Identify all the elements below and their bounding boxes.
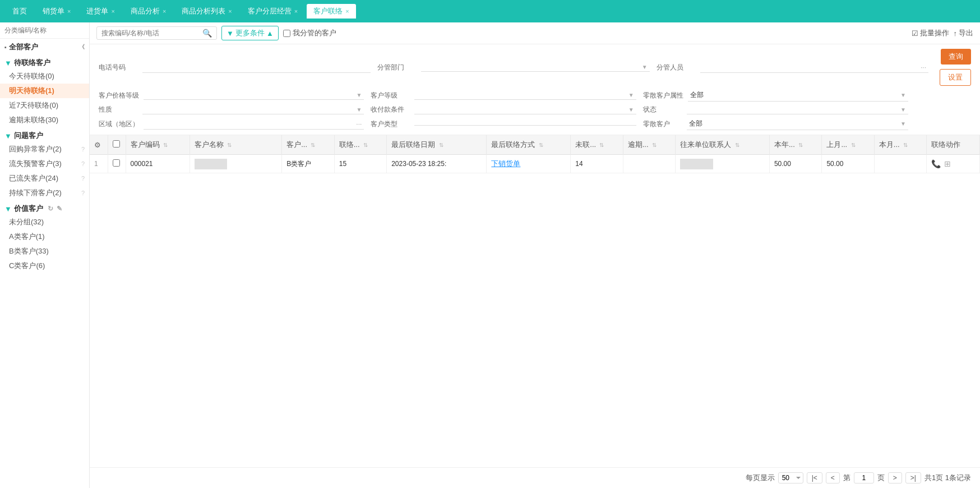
sidebar-churned[interactable]: 已流失客户(24) ? <box>0 171 89 186</box>
customer-level-select[interactable]: ▼ <box>414 91 636 100</box>
customer-type-label: 客户类型 <box>371 119 410 129</box>
sort-this-year-icon: ⇅ <box>798 142 803 148</box>
row-customer-type: B类客户 <box>282 155 334 173</box>
my-customers-checkbox-label[interactable]: 我分管的客户 <box>283 28 336 38</box>
prev-page-button[interactable]: < <box>826 472 840 484</box>
th-code[interactable]: 客户编码 ⇅ <box>126 135 189 155</box>
sidebar-a-customers[interactable]: A类客户(1) <box>0 229 89 244</box>
help-icon-1: ? <box>81 160 85 167</box>
th-last-contact-method[interactable]: 最后联络方式 ⇅ <box>487 135 571 155</box>
nav-product-analysis-list[interactable]: 商品分析列表× <box>175 4 238 19</box>
set-button[interactable]: 设置 <box>940 69 971 86</box>
row-this-month <box>874 155 926 173</box>
nav-purchase-order[interactable]: 进货单× <box>80 4 121 19</box>
dept-select[interactable]: ▼ <box>421 63 649 72</box>
all-customers-header[interactable]: ▪ 全部客户 《 <box>0 39 89 54</box>
nav-home[interactable]: 首页 <box>6 4 34 19</box>
th-this-month[interactable]: 本月... ⇅ <box>874 135 926 155</box>
sidebar-abnormal-repurchase[interactable]: 回购异常客户(2) ? <box>0 142 89 156</box>
per-page-select[interactable]: 50 100 200 <box>778 472 803 484</box>
person-select[interactable]: ··· <box>700 62 928 73</box>
row-actions: 📞 ⊞ <box>927 155 980 173</box>
page-label-end: 页 <box>877 473 885 483</box>
th-actions: 联络动作 <box>927 135 980 155</box>
retail-attr-label: 零散客户属性 <box>643 91 683 100</box>
sidebar-ungrouped[interactable]: 未分组(32) <box>0 215 89 229</box>
more-filters-button[interactable]: ▼ 更多条件 ▲ <box>221 26 279 40</box>
query-button[interactable]: 查询 <box>941 49 971 65</box>
action-icons-container: 📞 ⊞ <box>931 159 975 168</box>
gear-icon[interactable]: ⚙ <box>94 141 101 149</box>
th-this-year[interactable]: 本年... ⇅ <box>769 135 821 155</box>
filter-panel: 电话号码 分管部门 ▼ 分管人员 ··· <box>90 44 980 135</box>
next-page-button[interactable]: > <box>888 472 902 484</box>
th-uncontacted[interactable]: 未联... ⇅ <box>571 135 623 155</box>
last-page-button[interactable]: >| <box>905 472 921 484</box>
sidebar-overdue-contact[interactable]: 逾期未联络(30) <box>0 113 89 127</box>
gender-select[interactable]: ▼ <box>142 105 364 114</box>
th-checkbox <box>108 135 126 155</box>
th-customer-type[interactable]: 客户... ⇅ <box>282 135 334 155</box>
person-select-dots: ··· <box>921 63 926 71</box>
help-icon-2: ? <box>81 175 85 182</box>
region-label: 区域（地区） <box>99 119 139 129</box>
th-last-contact-date[interactable]: 最后联络日期 ⇅ <box>387 135 487 155</box>
sort-customer-type-icon: ⇅ <box>311 142 315 148</box>
sidebar-search-input[interactable] <box>4 26 89 34</box>
filter-row-1: 电话号码 分管部门 ▼ 分管人员 ··· <box>99 49 971 86</box>
sort-code-icon: ⇅ <box>163 142 168 148</box>
retail-customer-select[interactable]: 全部 ▼ <box>687 118 908 130</box>
status-label: 状态 <box>643 105 682 114</box>
nav-product-analysis[interactable]: 商品分析× <box>124 4 173 19</box>
filter-row-3: 性质 ▼ 收付款条件 ▼ 状态 <box>99 105 971 114</box>
dept-label: 分管部门 <box>377 63 417 72</box>
nav-sales-order[interactable]: 销货单× <box>36 4 77 19</box>
sidebar-tomorrow-contact[interactable]: 明天待联络(1) <box>0 84 89 98</box>
nav-customer-segmentation[interactable]: 客户分层经营× <box>241 4 304 19</box>
payment-select[interactable]: ▼ <box>414 105 636 114</box>
search-submit-icon[interactable]: 🔍 <box>202 29 212 38</box>
chevron-up-icon: ▲ <box>266 29 274 38</box>
dropdown-arrow-problem: ▼ <box>4 132 12 140</box>
status-select[interactable]: ▼ <box>687 105 908 114</box>
row-uncontacted: 14 <box>571 155 623 173</box>
sidebar-c-customers[interactable]: C类客户(6) <box>0 259 89 273</box>
pagination-bar: 每页显示 50 100 200 |< < 第 页 > >| 共1页 1条记录 <box>90 467 980 488</box>
sidebar-b-customers[interactable]: B类客户(33) <box>0 244 89 259</box>
export-button[interactable]: ↑ 导出 <box>954 28 974 38</box>
sidebar-declining[interactable]: 持续下滑客户(2) ? <box>0 186 89 200</box>
first-page-button[interactable]: |< <box>807 472 822 484</box>
collapse-icon: ▪ <box>4 44 7 50</box>
th-contact-count[interactable]: 联络... ⇅ <box>334 135 386 155</box>
sort-last-month-icon: ⇅ <box>851 142 856 148</box>
refresh-icon[interactable]: ↻ <box>48 205 53 213</box>
region-select[interactable]: ··· <box>144 119 364 130</box>
batch-operation-button[interactable]: ☑ 批量操作 <box>912 28 949 38</box>
th-last-month[interactable]: 上月... ⇅ <box>822 135 874 155</box>
row-last-contact-method[interactable]: 下销货单 <box>487 155 571 173</box>
search-input[interactable] <box>101 29 202 37</box>
sidebar-churn-warning[interactable]: 流失预警客户(3) ? <box>0 156 89 171</box>
page-number-input[interactable] <box>854 472 874 484</box>
th-overdue[interactable]: 逾期... ⇅ <box>623 135 675 155</box>
payment-label: 收付款条件 <box>371 105 410 114</box>
retail-attr-select[interactable]: 全部 ▼ <box>688 89 908 102</box>
edit-icon[interactable]: ✎ <box>57 205 62 213</box>
select-all-checkbox[interactable] <box>113 140 120 148</box>
customer-value-select[interactable]: ▼ <box>144 91 364 100</box>
phone-input[interactable] <box>142 62 371 73</box>
last-contact-method-link[interactable]: 下销货单 <box>491 159 520 168</box>
filter-icon: ▼ <box>226 29 234 38</box>
row-checkbox[interactable] <box>113 159 120 167</box>
my-customers-checkbox[interactable] <box>283 30 290 37</box>
nav-customer-contact[interactable]: 客户联络× <box>307 4 355 19</box>
phone-label: 电话号码 <box>99 63 138 72</box>
th-contact-person[interactable]: 往来单位联系人 ⇅ <box>676 135 770 155</box>
customers-table: ⚙ 客户编码 ⇅ 客户名称 ⇅ <box>90 135 980 173</box>
phone-action-icon[interactable]: 📞 <box>931 159 941 168</box>
sidebar-today-contact[interactable]: 今天待联络(0) <box>0 69 89 84</box>
sidebar-week-contact[interactable]: 近7天待联络(0) <box>0 98 89 113</box>
customer-type-select[interactable] <box>414 123 636 126</box>
th-name[interactable]: 客户名称 ⇅ <box>189 135 282 155</box>
grid-action-icon[interactable]: ⊞ <box>944 159 951 168</box>
